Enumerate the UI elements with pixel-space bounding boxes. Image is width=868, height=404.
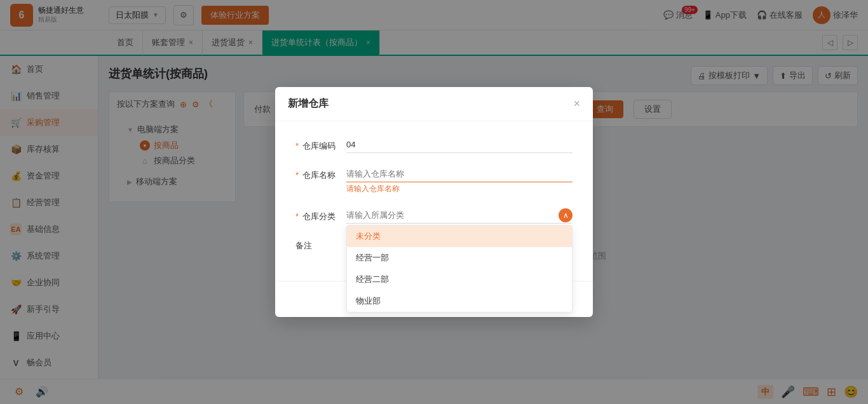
code-row: * 仓库编码 [295,137,573,153]
code-input[interactable] [346,137,573,153]
category-label: * 仓库分类 [295,207,346,222]
dialog-header: 新增仓库 × [275,87,593,121]
name-label: * 仓库名称 [295,166,346,181]
category-chevron-icon[interactable]: ∧ [559,208,573,222]
name-control: 请输入仓库名称 [346,166,573,194]
name-error-message: 请输入仓库名称 [346,184,573,194]
required-star-2: * [295,170,299,180]
dialog-title: 新增仓库 [288,97,329,111]
note-label: 备注 [295,236,346,252]
dialog-body: * 仓库编码 * 仓库名称 请输入仓库名称 [275,121,593,281]
name-input[interactable] [346,166,573,182]
required-star: * [295,141,299,151]
dropdown-item-uncategorized[interactable]: 未分类 [347,226,572,247]
dropdown-item-ops2[interactable]: 经营二部 [347,269,572,290]
dialog-close-button[interactable]: × [573,97,580,111]
category-input[interactable] [346,207,573,224]
category-dropdown: 未分类 经营一部 经营二部 物业部 [346,225,573,313]
new-warehouse-dialog: 新增仓库 × * 仓库编码 * 仓库名称 [275,87,593,317]
code-label: * 仓库编码 [295,137,346,152]
required-star-3: * [295,212,299,221]
note-label-text: 备注 [295,241,312,250]
code-control [346,137,573,153]
category-label-text: 仓库分类 [302,212,336,221]
name-label-text: 仓库名称 [302,170,336,180]
dialog-overlay: 新增仓库 × * 仓库编码 * 仓库名称 [0,0,868,404]
dropdown-item-property[interactable]: 物业部 [347,290,572,312]
category-control: ∧ 未分类 经营一部 经营二部 物业部 [346,207,573,224]
code-label-text: 仓库编码 [302,141,336,151]
dropdown-item-ops1[interactable]: 经营一部 [347,247,572,269]
category-row: * 仓库分类 ∧ 未分类 经营一部 经营二部 物业部 [295,207,573,224]
name-row: * 仓库名称 请输入仓库名称 [295,166,573,194]
